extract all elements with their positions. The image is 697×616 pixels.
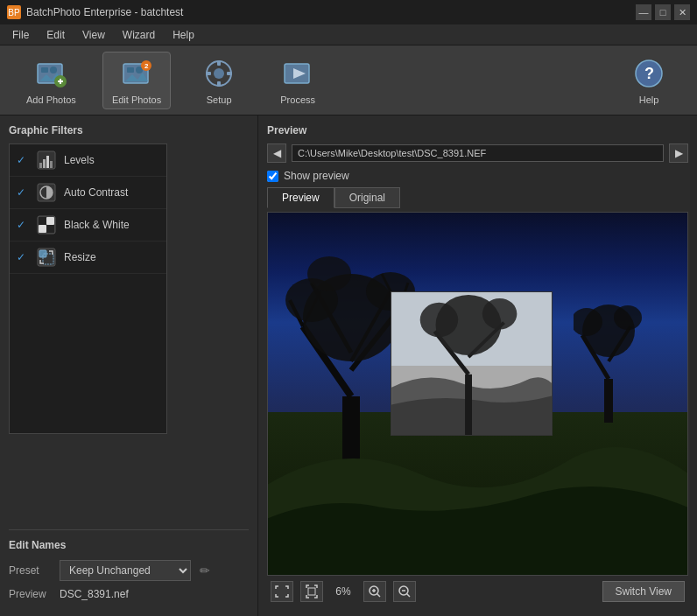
filter-check-levels: ✓ — [17, 154, 29, 166]
preset-row: Preset Keep Unchanged ✏ — [9, 560, 249, 581]
svg-rect-15 — [206, 72, 211, 75]
zoom-level: 6% — [330, 585, 356, 598]
filter-check-auto-contrast: ✓ — [17, 186, 29, 199]
add-photos-label: Add Photos — [26, 94, 76, 105]
filter-check-black-white: ✓ — [17, 219, 29, 231]
filter-item-auto-contrast[interactable]: ✓ Auto Contrast — [10, 177, 166, 209]
menu-bar: File Edit View Wizard Help — [0, 24, 697, 46]
tab-original[interactable]: Original — [334, 187, 400, 208]
filter-icon-auto-contrast — [36, 182, 57, 203]
filter-name-resize: Resize — [64, 251, 96, 263]
help-icon: ? — [631, 56, 666, 91]
svg-point-61 — [420, 303, 458, 338]
svg-rect-63 — [308, 588, 315, 595]
svg-point-62 — [482, 298, 517, 330]
svg-point-54 — [614, 305, 642, 330]
filter-item-black-white[interactable]: ✓ Black & White — [10, 209, 166, 242]
close-button[interactable]: ✕ — [674, 4, 690, 20]
filter-check-resize: ✓ — [17, 251, 29, 263]
preview-image-area — [267, 212, 688, 576]
svg-rect-32 — [46, 225, 54, 233]
filter-icon-resize — [36, 247, 57, 268]
preset-edit-button[interactable]: ✏ — [198, 562, 212, 579]
svg-rect-24 — [46, 156, 49, 168]
bw-overlay — [391, 291, 553, 436]
fit-page-icon — [305, 584, 319, 598]
title-bar: BP BatchPhoto Enterprise - batchtest — □… — [0, 0, 697, 24]
next-file-button[interactable]: ▶ — [669, 144, 688, 163]
fit-page-button[interactable] — [300, 581, 323, 602]
setup-button[interactable]: Setup — [188, 52, 250, 108]
preset-select[interactable]: Keep Unchanged — [60, 560, 191, 581]
svg-text:2: 2 — [144, 62, 149, 70]
svg-rect-30 — [46, 217, 54, 225]
app-icon: BP — [7, 5, 21, 19]
switch-view-button[interactable]: Switch View — [602, 581, 685, 602]
svg-rect-16 — [227, 72, 232, 75]
menu-help[interactable]: Help — [164, 27, 203, 43]
menu-edit[interactable]: Edit — [38, 27, 74, 43]
svg-rect-29 — [39, 217, 46, 225]
menu-view[interactable]: View — [74, 27, 114, 43]
svg-point-2 — [50, 66, 57, 74]
filter-item-resize[interactable]: ✓ Resize — [10, 242, 166, 274]
fit-width-button[interactable] — [271, 581, 293, 602]
file-path-input[interactable] — [292, 144, 664, 162]
bw-tree-svg — [391, 292, 552, 435]
maximize-button[interactable]: □ — [655, 4, 671, 20]
show-preview-label[interactable]: Show preview — [284, 170, 349, 182]
filter-icon-levels — [36, 150, 57, 171]
right-panel: Preview ◀ ▶ Show preview Preview Origina… — [258, 116, 697, 616]
process-label: Process — [280, 94, 315, 105]
svg-rect-13 — [217, 60, 221, 66]
setup-label: Setup — [207, 94, 232, 105]
preview-nav: ◀ ▶ — [267, 144, 688, 163]
help-button[interactable]: ? Help — [618, 52, 679, 108]
edit-photos-button[interactable]: 2 Edit Photos — [102, 52, 171, 109]
process-button[interactable]: Process — [267, 52, 328, 108]
show-preview-row: Show preview — [267, 170, 688, 182]
svg-rect-5 — [60, 79, 61, 84]
window-controls: — □ ✕ — [636, 4, 690, 20]
preview-file-name: DSC_8391.nef — [60, 588, 129, 600]
svg-text:?: ? — [644, 65, 654, 82]
menu-wizard[interactable]: Wizard — [114, 27, 164, 43]
filter-name-auto-contrast: Auto Contrast — [64, 186, 128, 199]
add-photos-icon — [33, 56, 68, 91]
left-panel: Graphic Filters ✓ Levels — [0, 116, 258, 616]
fit-width-icon — [275, 584, 289, 598]
preview-name-row: Preview DSC_8391.nef — [9, 588, 249, 600]
preview-tabs: Preview Original — [267, 187, 688, 208]
svg-point-48 — [307, 256, 351, 291]
filter-name-levels: Levels — [64, 154, 95, 166]
title-bar-left: BP BatchPhoto Enterprise - batchtest — [7, 5, 183, 19]
filter-name-black-white: Black & White — [64, 219, 130, 231]
filter-item-levels[interactable]: ✓ Levels — [10, 144, 166, 177]
svg-rect-7 — [127, 67, 134, 73]
svg-rect-1 — [41, 67, 48, 73]
svg-rect-14 — [217, 81, 221, 87]
svg-rect-25 — [50, 161, 53, 168]
preview-footer: 6% Switch View — [267, 576, 688, 607]
edit-photos-label: Edit Photos — [112, 94, 161, 105]
preset-label: Preset — [9, 564, 53, 577]
filters-area: ✓ Levels ✓ — [9, 144, 249, 441]
filters-list: ✓ Levels ✓ — [9, 144, 167, 434]
edit-names-label: Edit Names — [9, 539, 249, 551]
svg-point-12 — [214, 68, 224, 79]
svg-rect-57 — [465, 374, 472, 435]
menu-file[interactable]: File — [4, 27, 38, 43]
svg-rect-31 — [39, 225, 46, 233]
minimize-button[interactable]: — — [636, 4, 651, 20]
preview-name-label: Preview — [9, 588, 53, 600]
svg-rect-23 — [43, 159, 46, 168]
help-label: Help — [639, 94, 659, 105]
prev-file-button[interactable]: ◀ — [267, 144, 286, 163]
preview-section-label: Preview — [267, 124, 688, 136]
process-icon — [280, 56, 315, 91]
show-preview-checkbox[interactable] — [267, 171, 278, 182]
edit-photos-icon: 2 — [119, 56, 154, 91]
add-photos-button[interactable]: Add Photos — [18, 52, 85, 108]
tab-preview[interactable]: Preview — [267, 187, 334, 208]
svg-rect-22 — [39, 163, 42, 168]
